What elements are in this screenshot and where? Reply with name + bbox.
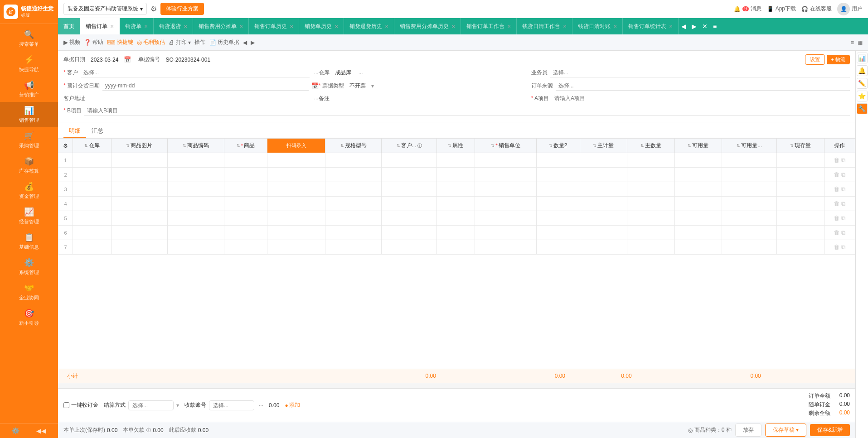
remarks-input[interactable] — [332, 94, 531, 103]
close-icon[interactable]: ✕ — [290, 24, 293, 29]
tab-nav-next[interactable]: ▶ — [689, 23, 699, 30]
sidebar-item-management[interactable]: 📈 经营管理 — [0, 203, 58, 229]
order-source-input[interactable] — [556, 81, 850, 91]
close-icon[interactable]: ✕ — [451, 24, 455, 29]
tab-home[interactable]: 首页 — [58, 18, 80, 34]
nav-prev-btn[interactable]: ◀ — [243, 39, 247, 46]
sidebar-item-inventory[interactable]: 📦 库存核算 — [0, 153, 58, 178]
receipt-account-input[interactable] — [209, 400, 254, 410]
history-btn[interactable]: 📄 历史单据 — [209, 39, 239, 46]
delete-icon[interactable]: 🗑 — [834, 157, 839, 164]
delete-icon[interactable]: 🗑 — [834, 215, 839, 221]
close-icon[interactable]: ✕ — [110, 24, 114, 29]
th-scan[interactable]: 扫码录入 — [267, 139, 325, 153]
close-icon[interactable]: ✕ — [507, 24, 511, 29]
copy-icon[interactable]: ⧉ — [841, 200, 845, 207]
settlement-input[interactable] — [128, 400, 174, 410]
address-more-icon[interactable]: ··· — [314, 96, 319, 102]
copy-icon[interactable]: ⧉ — [841, 229, 845, 236]
copy-icon[interactable]: ⧉ — [841, 244, 845, 251]
a-project-input[interactable] — [552, 94, 850, 103]
cell-unit[interactable] — [475, 153, 537, 168]
tab-expense-history[interactable]: 销售费用分摊单历史 ✕ — [394, 18, 461, 34]
right-icon-tool[interactable]: 🔧 — [857, 103, 868, 114]
delivery-calendar-icon[interactable]: 📅 — [311, 82, 319, 89]
add-btn[interactable]: ● 添加 — [285, 401, 300, 409]
close-icon[interactable]: ✕ — [239, 24, 243, 29]
copy-icon[interactable]: ⧉ — [841, 171, 845, 178]
delete-icon[interactable]: 🗑 — [834, 229, 839, 236]
settlement-chevron[interactable]: ▾ — [176, 402, 179, 409]
tab-sales-slip[interactable]: 销货单 ✕ — [120, 18, 154, 34]
cell-attr[interactable] — [436, 153, 475, 168]
tab-summary[interactable]: 汇总 — [86, 125, 109, 138]
tab-nav-prev[interactable]: ◀ — [679, 23, 689, 30]
close-icon[interactable]: ✕ — [335, 24, 338, 29]
one-click-checkbox-input[interactable] — [63, 402, 69, 408]
close-icon[interactable]: ✕ — [144, 24, 148, 29]
settings-header-icon[interactable]: ⚙ — [150, 5, 157, 13]
delete-icon[interactable]: 🗑 — [834, 200, 839, 207]
cell-code[interactable] — [168, 153, 224, 168]
scan-btn[interactable]: 扫码录入 — [283, 141, 310, 150]
delete-icon[interactable]: 🗑 — [834, 186, 839, 193]
add-logistics-btn[interactable]: + 物流 — [827, 55, 850, 64]
table-scrollbar[interactable] — [58, 383, 855, 388]
right-icon-edit[interactable]: ✏️ — [857, 78, 868, 89]
sidebar-item-sales[interactable]: 📊 销售管理 — [0, 102, 58, 127]
tab-expense-split[interactable]: 销售费用分摊单 ✕ — [193, 18, 249, 34]
customer-input[interactable] — [81, 68, 310, 77]
delete-icon[interactable]: 🗑 — [834, 244, 839, 250]
customer-address-input[interactable] — [88, 94, 310, 103]
account-more-icon[interactable]: ··· — [259, 402, 263, 409]
save-new-btn[interactable]: 保存&新增 — [810, 424, 850, 436]
right-icon-star[interactable]: ⭐ — [857, 91, 868, 101]
save-draft-btn[interactable]: 保存草稿 ▾ — [765, 424, 806, 437]
sidebar-item-basic[interactable]: 📋 基础信息 — [0, 229, 58, 254]
view-btn[interactable]: ▶ 视频 — [63, 39, 80, 46]
calendar-icon[interactable]: 📅 — [124, 56, 131, 63]
list-view-btn[interactable]: ≡ — [851, 39, 854, 46]
cell-product[interactable] — [224, 153, 267, 168]
tab-daily-reconcile[interactable]: 钱货日清对账 ✕ — [572, 18, 623, 34]
close-icon[interactable]: ✕ — [385, 24, 388, 29]
collapse-icon[interactable]: ◀◀ — [36, 427, 46, 434]
tab-stats[interactable]: 销售订单统计表 ✕ — [623, 18, 679, 34]
cell-spec[interactable] — [325, 153, 382, 168]
right-icon-chart[interactable]: 📊 — [857, 53, 868, 63]
nav-next-btn[interactable]: ▶ — [251, 39, 255, 46]
shortcuts-btn[interactable]: ⌨ 快捷键 — [107, 39, 133, 46]
invoice-chevron-icon[interactable]: ▾ — [371, 83, 374, 89]
sidebar-item-guide[interactable]: 🎯 新手引导 — [0, 305, 58, 330]
tab-sales-order[interactable]: 销售订单 ✕ — [80, 18, 120, 34]
customer-more-icon[interactable]: ··· — [314, 70, 319, 76]
sidebar-item-system[interactable]: ⚙️ 系统管理 — [0, 254, 58, 279]
notification-btn[interactable]: 🔔 9 消息 — [734, 5, 761, 13]
table-settings-icon[interactable]: ⚙ — [63, 143, 68, 149]
industry-btn[interactable]: 体验行业方案 — [160, 3, 204, 15]
copy-icon[interactable]: ⧉ — [841, 157, 845, 164]
tab-detail[interactable]: 明细 — [63, 125, 86, 138]
app-download-btn[interactable]: 📱 App下载 — [767, 5, 796, 13]
tab-slip-history[interactable]: 销货单历史 ✕ — [299, 18, 344, 34]
settings-btn[interactable]: 设置 — [805, 54, 825, 65]
help-btn[interactable]: ❓ 帮助 — [84, 39, 103, 46]
tab-daily-workbench[interactable]: 钱货日清工作台 ✕ — [517, 18, 572, 34]
close-icon[interactable]: ✕ — [184, 24, 187, 29]
operations-btn[interactable]: 操作 — [194, 39, 205, 46]
one-click-checkbox[interactable]: 一键收订金 — [63, 401, 98, 409]
warehouse-more-icon[interactable]: ··· — [359, 70, 363, 76]
system-select[interactable]: 装备及固定资产辅助管理系统 ▾ — [63, 3, 147, 15]
copy-icon[interactable]: ⧉ — [841, 215, 845, 222]
sidebar-item-finance[interactable]: 💰 资金管理 — [0, 178, 58, 203]
tab-order-history[interactable]: 销售订单历史 ✕ — [249, 18, 299, 34]
tab-menu[interactable]: ≡ — [710, 23, 719, 30]
cell-main-qty[interactable] — [627, 153, 675, 168]
profit-btn[interactable]: ◎ 毛利预估 — [137, 39, 165, 46]
delivery-date-input[interactable] — [102, 81, 309, 91]
cell-warehouse[interactable] — [73, 153, 112, 168]
cell-qty2[interactable] — [536, 153, 580, 168]
sidebar-item-quicknav[interactable]: ⚡ 快捷导航 — [0, 51, 58, 77]
sidebar-item-search[interactable]: 🔍 搜索菜单 — [0, 26, 58, 51]
cell-customer-code[interactable] — [382, 153, 436, 168]
